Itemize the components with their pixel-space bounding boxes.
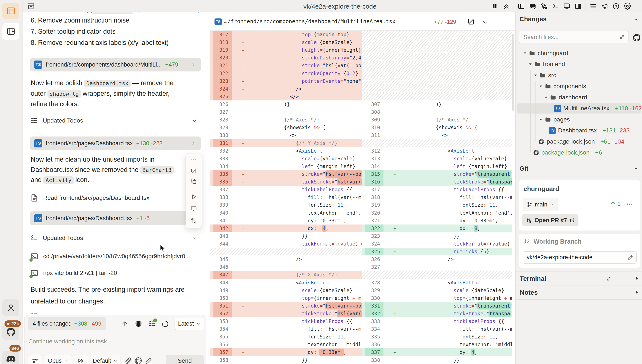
diff-scrollbar-thumb[interactable] [512,34,514,111]
announcements-button[interactable] [600,2,608,10]
caret-down-icon[interactable] [523,51,527,55]
tree-file-Dashboard.tsx[interactable]: TSDashboard.tsx+131 -233 [515,125,642,136]
send-button[interactable]: Send [166,355,204,364]
tree-file-package-lock.json[interactable]: package-lock.json+61 -104 [515,136,642,147]
collapse-all-button[interactable] [502,2,510,10]
collapse-triangle-icon[interactable] [634,18,638,22]
help-button[interactable] [612,2,620,10]
archive-button[interactable] [27,2,35,10]
diff-row: 325+ numTicks={5} [210,248,515,256]
expand-triangle-icon[interactable] [635,290,639,294]
file-chip[interactable]: TS frontend/src/pages/Dashboard.tsx +130… [30,136,201,150]
code-line: pointerEvents="none" [254,77,361,85]
updated-todos-row[interactable]: Updated Todos [30,117,201,124]
menu-button[interactable] [589,2,597,10]
working-branch-input[interactable] [523,251,637,264]
message-input[interactable] [28,337,201,346]
chevron-down-icon[interactable] [191,118,198,124]
discord-count: 346 [12,346,19,351]
github-icon[interactable] [632,33,641,42]
commits-ahead[interactable]: 1 [610,200,621,207]
pause-button[interactable] [491,2,499,10]
preview-button[interactable] [563,2,571,10]
todos-button[interactable] [148,320,156,328]
document-icon [30,194,39,202]
tree-folder-src[interactable]: src [515,70,642,81]
code-line: scale={dateScale} [406,286,504,294]
github-icon [6,327,16,337]
tree-folder-pages[interactable]: pages [515,114,642,125]
caret-down-icon[interactable] [539,84,543,88]
branch-dropdown[interactable]: main [523,198,558,211]
diff-panel: TS …/frontend/src/components/dashboard/M… [210,12,515,364]
tree-folder-churnguard[interactable]: churnguard [515,48,642,59]
scroll-to-top-button[interactable] [121,320,129,328]
chat-settings-button[interactable] [28,355,42,364]
search-files-input[interactable] [519,31,628,43]
popover-diff-button[interactable] [189,167,198,175]
popover-pr-button[interactable] [189,216,198,225]
model-dropdown[interactable]: Opus [44,355,72,364]
rail-layout-button[interactable] [2,2,19,19]
drag-dots[interactable] [189,155,198,164]
terminal-section-header[interactable]: Terminal [515,271,642,286]
collapse-tree-icon[interactable] [619,34,625,40]
assistant-text: Build succeeds. The pre-existing import … [31,286,185,293]
terminal-view-button[interactable] [551,2,559,10]
chat-view-button[interactable] [529,2,536,10]
tree-folder-frontend[interactable]: frontend [515,59,642,70]
code-line: tickStroke="hsl(var( [254,310,361,318]
diff-new-cell [362,139,512,147]
caret-down-icon[interactable] [533,73,538,78]
rail-board-button[interactable] [2,23,19,40]
line-number: 320 [365,209,383,217]
settings-button[interactable] [623,2,631,10]
toggle-right-panel-button[interactable] [574,2,582,10]
collapse-diff-button[interactable] [482,19,488,26]
latest-dropdown[interactable]: Latest [175,317,204,330]
diff-new-cell: 321 dy: '0.33em', [362,217,512,224]
assistant-text: Dashboard.tsx since we removed the BarCh… [31,166,174,174]
fast-forward-button[interactable] [74,355,88,364]
caret-down-icon[interactable] [544,95,548,100]
diff-view-button[interactable] [540,2,548,10]
diff-stats: +77 -129 [434,19,456,25]
file-diff-stats: +61 -104 [600,138,624,145]
expand-triangle-icon[interactable] [635,276,639,280]
read-file-row[interactable]: Read frontend/src/pages/Dashboard.tsx [30,194,150,202]
files-changed-pill[interactable]: 4 files changed +308 -499 [28,317,106,330]
rail-discord-button[interactable] [2,351,19,364]
draw-button[interactable] [144,356,153,364]
toggle-diff-layout-button[interactable] [467,18,475,26]
rail-account-button[interactable] [2,300,19,316]
toggle-left-panel-button[interactable] [517,2,525,10]
terminal-command-row[interactable]: cd /private/var/folders/10/h7w0q46556ggr… [30,252,190,260]
github-context-button[interactable] [134,356,143,364]
file-chip[interactable]: TS frontend/src/components/dashboard/Mul… [30,58,201,72]
git-section-header[interactable]: Git [515,160,642,176]
diff-marker: + [392,178,398,186]
pencil-icon[interactable] [627,254,634,260]
popover-run-button[interactable] [189,192,198,201]
tree-file-MultiLineArea.tsx[interactable]: TSMultiLineArea.tsx+110 -162 [515,103,642,114]
collapse-triangle-icon[interactable] [634,166,638,171]
line-number: 327 [365,263,383,271]
popover-copy-button[interactable] [189,177,198,186]
popover-preview-button[interactable] [189,204,198,213]
open-pr-button[interactable]: Open PR #7 [522,214,578,226]
expand-icon[interactable] [606,276,612,282]
notes-section-header[interactable]: Notes [515,286,642,300]
terminal-command-row[interactable]: npx vite build 2>&1 | tail -20 [30,269,117,277]
tree-file-package-lock.json[interactable]: package-lock.json+6 [515,147,642,158]
attach-button[interactable] [124,356,133,364]
changes-section-header[interactable]: Changes [515,12,642,26]
tree-folder-dashboard[interactable]: dashboard [515,92,642,103]
file-chip[interactable]: TS frontend/src/pages/Dashboard.tsx +1 -… [30,211,201,225]
spark-button[interactable] [134,320,142,328]
chevron-down-icon[interactable] [191,235,198,241]
updated-todos-row[interactable]: Updated Todos [30,234,201,242]
mode-dropdown[interactable]: Default [90,355,121,364]
more-actions-button[interactable] [626,201,633,208]
tree-folder-components[interactable]: components [515,81,642,92]
caret-down-icon[interactable] [528,62,532,66]
